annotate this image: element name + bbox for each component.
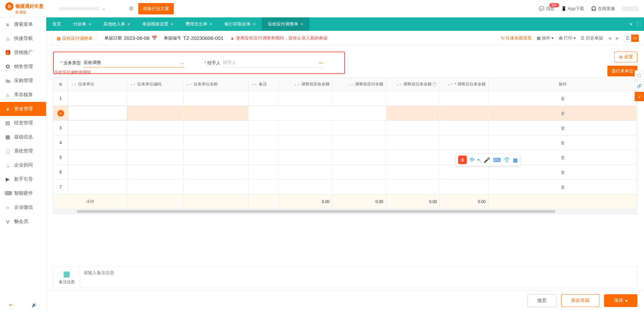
ime-toolbar[interactable]: S 中 •, 🎤 ⌨ 👕 ▦	[456, 154, 520, 166]
cell-name[interactable]	[184, 150, 249, 165]
sidebar-item-6[interactable]: ¥资金管理	[0, 102, 46, 116]
cell-pre-pay[interactable]	[333, 121, 386, 135]
cell-post-bal[interactable]	[440, 91, 489, 106]
settings-gear-icon[interactable]: ⚙	[129, 5, 134, 12]
table-row[interactable]: 4🗑	[53, 135, 637, 150]
sidebar-item-2[interactable]: 🎁营销推广	[0, 46, 46, 60]
rail-attach-icon[interactable]: 🔗	[635, 81, 644, 90]
operate-menu[interactable]: ▦操作 ▾	[537, 35, 554, 41]
cell-pre-bal[interactable]	[386, 121, 440, 135]
expand-icon[interactable]: ⛶	[636, 22, 641, 27]
sidebar-item-8[interactable]: ▦基础信息	[0, 130, 46, 144]
sidebar-item-14[interactable]: V畅会员	[0, 214, 46, 229]
cell-pre-bal[interactable]	[386, 91, 440, 106]
tab-1[interactable]: 付款单✕	[67, 17, 97, 31]
delete-row-icon[interactable]: 🗑	[560, 155, 565, 160]
try-industry-button[interactable]: 体验行业方案	[138, 3, 174, 14]
cell-pre-pay[interactable]	[333, 150, 386, 165]
tab-close-icon[interactable]: ✕	[88, 22, 91, 26]
cell-pre-recv[interactable]	[279, 180, 333, 194]
cell-code[interactable]	[127, 121, 184, 135]
col-gear[interactable]: ⚙	[53, 78, 68, 91]
tab-0[interactable]: 首页	[46, 17, 67, 31]
sidebar-item-7[interactable]: ▤经营管理	[0, 116, 46, 130]
cell-pre-bal[interactable]	[386, 135, 440, 150]
table-row[interactable]: 1🗑	[53, 91, 637, 106]
ime-mic-icon[interactable]: 🎤	[484, 157, 490, 163]
cell-pre-recv[interactable]	[279, 91, 333, 106]
next-icon[interactable]: ▶	[616, 36, 619, 41]
cell-code[interactable]	[127, 180, 184, 194]
recalc-balance-button[interactable]: ↻往来余额重取	[501, 35, 532, 41]
sidebar-sound-icon[interactable]: 🔊	[32, 302, 37, 307]
calendar-icon[interactable]: 📅	[152, 36, 157, 41]
cell-pre-pay[interactable]	[333, 135, 386, 150]
sidebar-collapse-icon[interactable]: ⇤	[9, 302, 13, 307]
col-pre-pay[interactable]: ▲▼调整前应付余额	[333, 78, 386, 91]
save-button[interactable]: 保存▾	[604, 294, 637, 307]
sidebar-item-0[interactable]: ≡搜索菜单	[0, 17, 46, 32]
cell-unit[interactable]	[68, 180, 127, 194]
cell-pre-pay[interactable]	[333, 91, 386, 106]
horizontal-scrollbar[interactable]	[53, 209, 637, 214]
cell-pre-bal[interactable]	[386, 150, 440, 165]
ime-punct-icon[interactable]: •,	[478, 157, 481, 163]
col-code[interactable]: ▲▼往来单位编码	[127, 78, 184, 91]
rail-note-icon[interactable]: ▢	[635, 70, 644, 80]
sidebar-item-10[interactable]: ⛬企业协同	[0, 158, 46, 172]
cell-name[interactable]	[184, 91, 249, 106]
cell-unit[interactable]	[68, 150, 127, 165]
table-row[interactable]: +🗑	[53, 106, 637, 121]
cell-pre-recv[interactable]	[279, 165, 333, 179]
tab-close-icon[interactable]: ✕	[170, 22, 174, 26]
cell-name[interactable]	[184, 180, 249, 194]
ime-skin-icon[interactable]: 👕	[503, 157, 510, 163]
cell-remark[interactable]	[249, 106, 279, 120]
ime-keyboard-icon[interactable]: ⌨	[493, 157, 501, 163]
cell-pre-pay[interactable]	[333, 106, 386, 120]
org-selector[interactable]: ⌄	[59, 6, 126, 11]
cell-unit[interactable]	[68, 121, 127, 135]
config-button[interactable]: ⚙设置	[614, 52, 637, 62]
view-list-toggle[interactable]: ☰	[624, 35, 631, 42]
cell-pre-pay[interactable]	[333, 165, 386, 179]
sidebar-item-9[interactable]: ◌系统管理	[0, 144, 46, 158]
cell-code[interactable]	[127, 106, 184, 120]
biz-type-select[interactable]: 应收调整 ⌄	[84, 58, 184, 67]
tab-6[interactable]: 应收应付调整单✕	[262, 17, 309, 31]
tab-close-icon[interactable]: ✕	[253, 22, 256, 26]
table-row[interactable]: 7🗑	[53, 180, 637, 194]
remark-input[interactable]	[84, 270, 634, 275]
table-row[interactable]: 5🗑	[53, 150, 637, 165]
tab-close-icon[interactable]: ✕	[127, 22, 130, 26]
cell-remark[interactable]	[249, 165, 279, 179]
cell-post-bal[interactable]	[440, 180, 489, 194]
print-menu[interactable]: 🖶打印 ▾	[558, 35, 576, 41]
handler-select[interactable]: 经手人 ⋯	[223, 58, 324, 67]
messages-link[interactable]: 💬 消息 99+	[539, 6, 554, 12]
add-row-icon[interactable]: +	[57, 110, 64, 117]
cell-code[interactable]	[127, 150, 184, 165]
tab-5[interactable]: 银行存取款单✕	[218, 17, 262, 31]
col-pre-recv[interactable]: ▲▼调整前应收余额	[279, 78, 333, 91]
sidebar-item-5[interactable]: ⌂库存核算	[0, 88, 46, 102]
tab-close-icon[interactable]: ✕	[300, 22, 303, 26]
table-row[interactable]: 6🗑	[53, 165, 637, 180]
cell-name[interactable]	[184, 165, 249, 179]
cell-unit[interactable]	[68, 106, 127, 120]
cell-pre-bal[interactable]	[386, 180, 440, 194]
user-avatar[interactable]	[622, 6, 639, 11]
cell-post-bal[interactable]	[440, 106, 489, 120]
online-service-link[interactable]: 🎧 在线客服	[591, 6, 615, 12]
cell-unit[interactable]	[68, 135, 127, 150]
sidebar-item-4[interactable]: 🛍采购管理	[0, 74, 46, 88]
cell-remark[interactable]	[249, 121, 279, 135]
rail-expand-icon[interactable]: ⤢	[635, 92, 644, 101]
tab-3[interactable]: 单据模板设置✕	[136, 17, 180, 31]
cell-code[interactable]	[127, 135, 184, 150]
cell-pre-bal[interactable]	[386, 165, 440, 179]
tab-4[interactable]: 费用支出单✕	[180, 17, 218, 31]
cell-unit[interactable]	[68, 91, 127, 106]
cell-remark[interactable]	[249, 180, 279, 194]
cell-code[interactable]	[127, 165, 184, 179]
